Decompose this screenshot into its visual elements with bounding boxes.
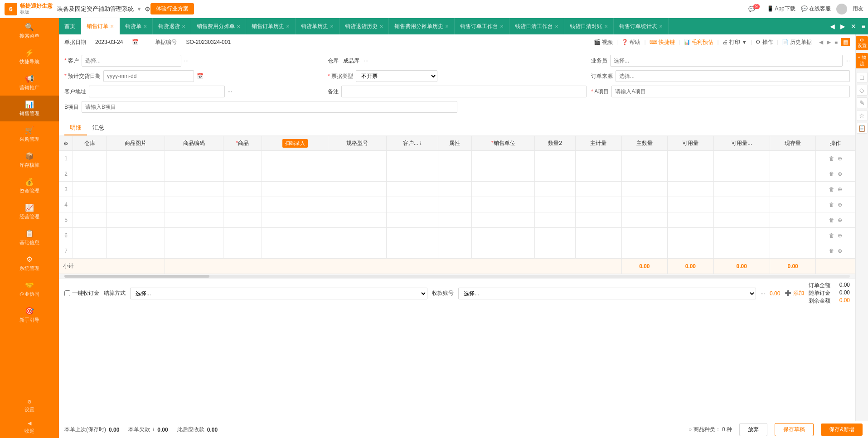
cell-image[interactable] bbox=[107, 228, 165, 243]
print-btn[interactable]: 🖨 打印 ▼ bbox=[723, 39, 747, 46]
th-settings[interactable]: ⚙ bbox=[59, 136, 73, 151]
cell-unit[interactable] bbox=[472, 212, 535, 228]
cell-customer-code[interactable] bbox=[387, 197, 438, 212]
tab-daily-clear[interactable]: 钱货日清工作台 ✕ bbox=[509, 18, 564, 34]
tab-home[interactable]: 首页 bbox=[59, 18, 81, 34]
operation-btn[interactable]: ⚙ 操作 bbox=[756, 39, 773, 46]
cell-available[interactable] bbox=[668, 182, 714, 197]
cell-qty2[interactable] bbox=[535, 243, 576, 259]
tab-detail[interactable]: 明细 bbox=[64, 121, 87, 135]
tab-invoice-history[interactable]: 销货单历史 ✕ bbox=[296, 18, 339, 34]
delete-icon[interactable]: 🗑 bbox=[829, 202, 834, 208]
sidebar-item-guide[interactable]: 🎯 新手引导 bbox=[0, 302, 59, 328]
warehouse-ellipsis[interactable]: ··· bbox=[364, 58, 369, 64]
cell-customer-code[interactable] bbox=[387, 151, 438, 166]
scan-btn[interactable]: 扫码录入 bbox=[282, 139, 308, 148]
cell-available[interactable] bbox=[668, 151, 714, 166]
right-icon-3[interactable]: ✎ bbox=[857, 97, 868, 108]
tab-reconciliation[interactable]: 钱货日清对账 ✕ bbox=[564, 18, 614, 34]
cell-goods[interactable] bbox=[223, 228, 262, 243]
tab-order-workbench[interactable]: 销售订单工作台 ✕ bbox=[455, 18, 509, 34]
remarks-input[interactable] bbox=[341, 86, 587, 97]
cell-qty2[interactable] bbox=[535, 212, 576, 228]
cell-stock[interactable] bbox=[770, 243, 816, 259]
cell-attribute[interactable] bbox=[438, 228, 471, 243]
customer-input[interactable] bbox=[82, 55, 181, 67]
tab-order-history[interactable]: 销售订单历史 ✕ bbox=[246, 18, 296, 34]
cell-warehouse[interactable] bbox=[73, 197, 107, 212]
cell-code[interactable] bbox=[165, 166, 223, 182]
tab-order-workbench-close[interactable]: ✕ bbox=[500, 24, 504, 29]
copy-icon[interactable]: ⊕ bbox=[838, 186, 842, 193]
tab-return[interactable]: 销货退货 ✕ bbox=[153, 18, 191, 34]
delete-icon[interactable]: 🗑 bbox=[829, 217, 834, 223]
cell-code[interactable] bbox=[165, 212, 223, 228]
cell-available2[interactable] bbox=[713, 212, 770, 228]
cell-attribute[interactable] bbox=[438, 212, 471, 228]
cell-attribute[interactable] bbox=[438, 166, 471, 182]
account-select[interactable]: 选择... bbox=[458, 288, 756, 299]
sidebar-item-system[interactable]: ⚙ 系统管理 bbox=[0, 250, 59, 276]
scroll-thumb[interactable] bbox=[64, 275, 209, 278]
cell-goods[interactable] bbox=[223, 151, 262, 166]
sidebar-item-enterprise[interactable]: 🤝 企业协同 bbox=[0, 276, 59, 302]
cell-unit[interactable] bbox=[472, 228, 535, 243]
grid-view-icon[interactable]: ▦ bbox=[841, 38, 850, 46]
cell-code[interactable] bbox=[165, 243, 223, 259]
sidebar-item-basic[interactable]: 📋 基础信息 bbox=[0, 225, 59, 250]
save-draft-btn[interactable]: 保存草稿 bbox=[775, 423, 814, 436]
cell-warehouse[interactable] bbox=[73, 182, 107, 197]
delivery-date-input[interactable] bbox=[103, 70, 194, 82]
right-icon-5[interactable]: 📋 bbox=[857, 123, 868, 134]
cell-unit[interactable] bbox=[472, 151, 535, 166]
nav-left-icon[interactable]: ◀ bbox=[819, 39, 823, 45]
cell-unit[interactable] bbox=[472, 243, 535, 259]
tab-sales-invoice-close[interactable]: ✕ bbox=[143, 24, 147, 29]
cell-stock[interactable] bbox=[770, 182, 816, 197]
cell-spec[interactable] bbox=[328, 182, 387, 197]
cell-available[interactable] bbox=[668, 197, 714, 212]
cell-customer-code[interactable] bbox=[387, 228, 438, 243]
cell-available2[interactable] bbox=[713, 243, 770, 259]
sidebar-settings-btn[interactable]: ⚙ 设置 bbox=[0, 395, 59, 417]
cell-spec[interactable] bbox=[328, 151, 387, 166]
history-btn[interactable]: 📄 历史单据 bbox=[782, 39, 812, 46]
cell-code[interactable] bbox=[165, 197, 223, 212]
cell-qty2[interactable] bbox=[535, 197, 576, 212]
tab-statistics[interactable]: 销售订单统计表 ✕ bbox=[614, 18, 669, 34]
delete-icon[interactable]: 🗑 bbox=[829, 248, 834, 254]
discard-btn[interactable]: 放弃 bbox=[739, 423, 767, 436]
sidebar-item-operations[interactable]: 📈 经营管理 bbox=[0, 199, 59, 225]
tab-prev-btn[interactable]: ◀ bbox=[827, 18, 838, 34]
tab-return-close[interactable]: ✕ bbox=[182, 24, 185, 29]
cell-main-qty[interactable] bbox=[621, 197, 668, 212]
copy-icon[interactable]: ⊕ bbox=[838, 232, 842, 239]
cell-code[interactable] bbox=[165, 182, 223, 197]
cell-stock[interactable] bbox=[770, 151, 816, 166]
save-new-btn[interactable]: 保存&新增 bbox=[821, 424, 863, 436]
app-download-btn[interactable]: 📱 App下载 bbox=[767, 5, 795, 13]
tab-return-history-close[interactable]: ✕ bbox=[379, 24, 383, 29]
cell-stock[interactable] bbox=[770, 228, 816, 243]
cell-main-unit[interactable] bbox=[575, 182, 621, 197]
tab-sales-order[interactable]: 销售订单 ✕ bbox=[81, 18, 120, 34]
nav-right-icon[interactable]: ▶ bbox=[827, 39, 831, 45]
cell-available2[interactable] bbox=[713, 182, 770, 197]
cell-main-qty[interactable] bbox=[621, 243, 668, 259]
cell-available[interactable] bbox=[668, 228, 714, 243]
cell-stock[interactable] bbox=[770, 166, 816, 182]
tab-reconciliation-close[interactable]: ✕ bbox=[604, 24, 608, 29]
sidebar-item-finance[interactable]: 💰 资金管理 bbox=[0, 173, 59, 199]
cell-unit[interactable] bbox=[472, 182, 535, 197]
cell-image[interactable] bbox=[107, 151, 165, 166]
tab-sales-invoice[interactable]: 销货单 ✕ bbox=[120, 18, 153, 34]
cell-spec[interactable] bbox=[328, 243, 387, 259]
cell-warehouse[interactable] bbox=[73, 166, 107, 182]
tab-fee-split-close[interactable]: ✕ bbox=[237, 24, 240, 29]
copy-icon[interactable]: ⊕ bbox=[838, 217, 842, 223]
right-icon-4[interactable]: ☆ bbox=[857, 110, 868, 121]
cell-image[interactable] bbox=[107, 243, 165, 259]
add-payment-btn[interactable]: ➕ 添加 bbox=[785, 289, 804, 297]
delivery-calendar-icon[interactable]: 📅 bbox=[197, 73, 204, 79]
cell-image[interactable] bbox=[107, 197, 165, 212]
